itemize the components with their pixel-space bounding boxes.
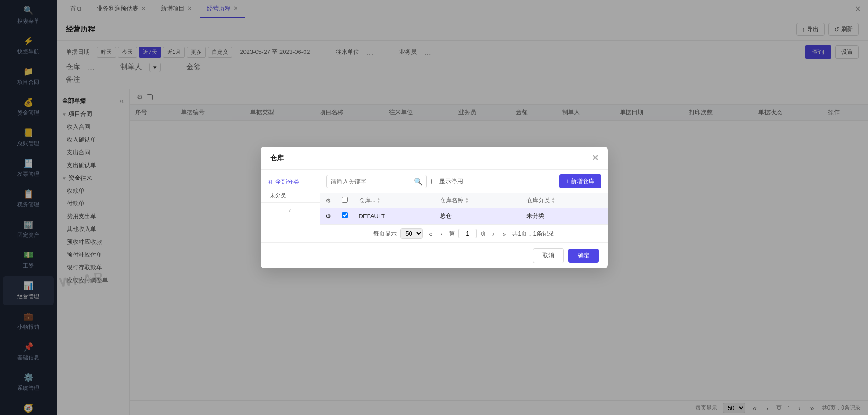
show-disabled-label[interactable]: 显示停用 — [431, 177, 463, 185]
modal-header: 仓库 ✕ — [261, 147, 608, 170]
modal-search-wrap: 🔍 — [326, 175, 427, 188]
category-sort-arrows: ▲▼ — [552, 197, 555, 204]
modal-select-all[interactable] — [342, 197, 348, 203]
modal-left-unclassified[interactable]: 未分类 — [261, 189, 320, 202]
modal-row-name: 总仓 — [434, 208, 521, 224]
name-sort-arrows: ▲▼ — [465, 197, 468, 204]
modal-all-label: 全部分类 — [275, 178, 299, 186]
modal-row-gear: ⚙ — [320, 208, 337, 224]
grid-icon: ⊞ — [267, 178, 273, 185]
warehouse-modal: 仓库 ✕ ⊞ 全部分类 未分类 ‹ 🔍 — [261, 147, 608, 268]
modal-row-category: 未分类 — [521, 208, 608, 224]
modal-total-text: 共1页，1条记录 — [512, 230, 554, 238]
add-warehouse-button[interactable]: + 新增仓库 — [559, 174, 601, 188]
modal-th-category: 仓库分类 ▲▼ — [521, 193, 608, 208]
cancel-button[interactable]: 取消 — [533, 248, 564, 263]
modal-overlay: 仓库 ✕ ⊞ 全部分类 未分类 ‹ 🔍 — [0, 0, 868, 415]
modal-actions: 取消 确定 — [261, 242, 608, 268]
modal-title: 仓库 — [270, 154, 284, 163]
modal-footer-pager: 每页显示 50 « ‹ 第 页 › » 共1页，1条记录 — [320, 224, 608, 242]
modal-row-check[interactable] — [337, 208, 353, 224]
modal-th-check — [337, 193, 353, 208]
show-disabled-checkbox[interactable] — [431, 179, 437, 184]
modal-last-page[interactable]: » — [500, 229, 508, 238]
modal-close-icon[interactable]: ✕ — [592, 153, 599, 163]
modal-left-collapse[interactable]: ‹ — [261, 202, 320, 218]
modal-page-label-pre: 第 — [449, 230, 455, 238]
modal-per-page-label: 每页显示 — [373, 230, 397, 238]
modal-right-panel: 🔍 显示停用 + 新增仓库 ⚙ — [320, 170, 608, 242]
modal-table: ⚙ 仓库... ▲▼ 仓库名称 — [320, 193, 608, 224]
modal-th-code: 仓库... ▲▼ — [353, 193, 435, 208]
modal-search-input[interactable] — [331, 178, 411, 185]
modal-search-icon[interactable]: 🔍 — [414, 177, 423, 186]
code-sort-arrows: ▲▼ — [377, 197, 380, 204]
modal-table-wrap: ⚙ 仓库... ▲▼ 仓库名称 — [320, 193, 608, 224]
modal-prev-page[interactable]: ‹ — [438, 229, 445, 238]
modal-page-label: 页 — [480, 230, 486, 238]
modal-page-input[interactable] — [458, 229, 477, 238]
modal-th-name: 仓库名称 ▲▼ — [434, 193, 521, 208]
modal-th-gear: ⚙ — [320, 193, 337, 208]
modal-row-code: DEFAULT — [353, 208, 435, 224]
modal-per-page-select[interactable]: 50 — [400, 228, 423, 239]
modal-left-panel: ⊞ 全部分类 未分类 ‹ — [261, 170, 320, 242]
modal-body: ⊞ 全部分类 未分类 ‹ 🔍 显示停用 — [261, 170, 608, 242]
modal-next-page[interactable]: › — [490, 229, 497, 238]
modal-right-toolbar: 🔍 显示停用 + 新增仓库 — [320, 170, 608, 193]
confirm-button[interactable]: 确定 — [568, 249, 599, 263]
modal-first-page[interactable]: « — [426, 229, 435, 238]
modal-left-all[interactable]: ⊞ 全部分类 — [261, 174, 320, 189]
collapse-icon: ‹ — [289, 206, 291, 215]
table-row[interactable]: ⚙ DEFAULT 总仓 未分类 — [320, 208, 608, 224]
